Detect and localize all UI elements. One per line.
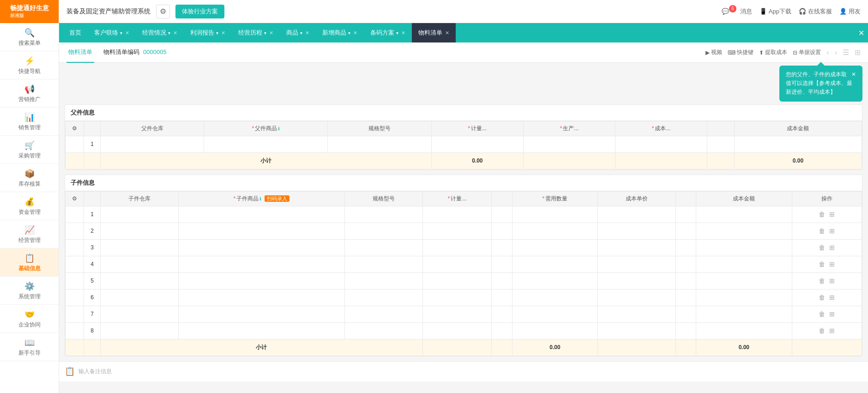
child-row-spec-1[interactable] bbox=[345, 223, 423, 239]
child-row-qty-0[interactable] bbox=[512, 206, 598, 223]
parent-row-spec[interactable] bbox=[328, 136, 431, 152]
child-row-spec-0[interactable] bbox=[345, 206, 423, 223]
child-row-warehouse-4[interactable] bbox=[101, 272, 179, 289]
child-row-spec-5[interactable] bbox=[345, 289, 423, 306]
child-row-goods-0[interactable] bbox=[178, 206, 345, 223]
child-row-warehouse-6[interactable] bbox=[101, 306, 179, 322]
parent-row-warehouse[interactable] bbox=[101, 136, 204, 152]
delete-icon-1[interactable]: 🗑 bbox=[819, 227, 825, 235]
nav-tab-close-6[interactable]: ✕ bbox=[353, 30, 357, 36]
nav-tab-4[interactable]: 经营历程▾✕ bbox=[232, 23, 280, 42]
nav-tab-2[interactable]: 经营情况▾✕ bbox=[136, 23, 184, 42]
sidebar-item-5[interactable]: 📦库存核算 bbox=[0, 164, 59, 192]
nav-tab-close-4[interactable]: ✕ bbox=[269, 30, 273, 36]
sidebar-item-10[interactable]: 🤝企业协同 bbox=[0, 305, 59, 333]
trial-button[interactable]: 体验行业方案 bbox=[175, 5, 224, 18]
child-row-unit-4[interactable] bbox=[422, 272, 492, 289]
child-row-unit-6[interactable] bbox=[422, 306, 492, 322]
nav-prev-icon[interactable]: ‹ bbox=[826, 48, 829, 57]
delete-icon-6[interactable]: 🗑 bbox=[819, 310, 825, 318]
message-item[interactable]: 💬 6 消息 bbox=[722, 7, 752, 16]
delete-icon-5[interactable]: 🗑 bbox=[819, 294, 825, 301]
child-row-goods-3[interactable] bbox=[178, 256, 345, 272]
app-download-item[interactable]: 📱 App下载 bbox=[760, 7, 791, 16]
user-item[interactable]: 👤 用友 bbox=[839, 7, 861, 16]
child-row-warehouse-2[interactable] bbox=[101, 239, 179, 256]
child-row-qty-3[interactable] bbox=[512, 256, 598, 272]
nav-tab-1[interactable]: 客户联络▾✕ bbox=[88, 23, 136, 42]
nav-tab-6[interactable]: 新增商品▾✕ bbox=[316, 23, 364, 42]
child-row-goods-5[interactable] bbox=[178, 289, 345, 306]
child-row-spec-6[interactable] bbox=[345, 306, 423, 322]
nav-tab-close-2[interactable]: ✕ bbox=[173, 30, 177, 36]
sidebar-item-7[interactable]: 📈经营管理 bbox=[0, 220, 59, 248]
child-row-qty-5[interactable] bbox=[512, 289, 598, 306]
note-placeholder[interactable]: 输入备注信息 bbox=[78, 368, 112, 375]
child-row-warehouse-3[interactable] bbox=[101, 256, 179, 272]
nav-tab-close-5[interactable]: ✕ bbox=[305, 30, 309, 36]
close-all-tabs-icon[interactable]: ✕ bbox=[858, 29, 864, 37]
copy-icon-0[interactable]: ⊞ bbox=[829, 211, 835, 218]
grid-view-icon[interactable]: ⊞ bbox=[855, 48, 861, 57]
gear-button[interactable]: ⚙ bbox=[156, 5, 170, 18]
child-row-warehouse-0[interactable] bbox=[101, 206, 179, 223]
single-settings-btn[interactable]: ⊟ 单据设置 bbox=[793, 48, 821, 56]
sidebar-item-3[interactable]: 📊销售管理 bbox=[0, 108, 59, 136]
child-row-goods-4[interactable] bbox=[178, 272, 345, 289]
sidebar-item-11[interactable]: 📖新手引导 bbox=[0, 333, 59, 361]
child-row-goods-1[interactable] bbox=[178, 223, 345, 239]
child-row-spec-3[interactable] bbox=[345, 256, 423, 272]
child-row-unit-price-5[interactable] bbox=[598, 289, 676, 306]
delete-icon-7[interactable]: 🗑 bbox=[819, 327, 825, 334]
copy-icon-2[interactable]: ⊞ bbox=[829, 244, 835, 251]
parent-row-goods[interactable] bbox=[204, 136, 328, 152]
child-row-spec-4[interactable] bbox=[345, 272, 423, 289]
child-row-qty-7[interactable] bbox=[512, 322, 598, 339]
nav-tab-close-3[interactable]: ✕ bbox=[221, 30, 225, 36]
child-row-warehouse-1[interactable] bbox=[101, 223, 179, 239]
child-row-unit-3[interactable] bbox=[422, 256, 492, 272]
child-row-qty-1[interactable] bbox=[512, 223, 598, 239]
nav-next-icon[interactable]: › bbox=[835, 48, 837, 57]
sub-tab-list[interactable]: 物料清单 bbox=[66, 42, 94, 63]
child-row-unit-5[interactable] bbox=[422, 289, 492, 306]
child-row-unit-price-3[interactable] bbox=[598, 256, 676, 272]
nav-tab-3[interactable]: 利润报告▾✕ bbox=[184, 23, 232, 42]
child-row-unit-price-1[interactable] bbox=[598, 223, 676, 239]
shortcut-btn[interactable]: ⌨ 快捷键 bbox=[728, 48, 753, 56]
nav-tab-close-7[interactable]: ✕ bbox=[401, 30, 405, 36]
delete-icon-2[interactable]: 🗑 bbox=[819, 244, 825, 251]
child-row-qty-4[interactable] bbox=[512, 272, 598, 289]
child-row-spec-2[interactable] bbox=[345, 239, 423, 256]
nav-tab-close-1[interactable]: ✕ bbox=[125, 30, 129, 36]
sidebar-item-4[interactable]: 🛒采购管理 bbox=[0, 136, 59, 164]
parent-row-cost[interactable] bbox=[615, 136, 707, 152]
child-row-spec-7[interactable] bbox=[345, 322, 423, 339]
child-row-warehouse-7[interactable] bbox=[101, 322, 179, 339]
child-row-unit-2[interactable] bbox=[422, 239, 492, 256]
child-row-unit-7[interactable] bbox=[422, 322, 492, 339]
sidebar-item-0[interactable]: 🔍搜索菜单 bbox=[0, 23, 59, 51]
child-row-qty-2[interactable] bbox=[512, 239, 598, 256]
th-child-settings[interactable]: ⚙ bbox=[66, 191, 84, 206]
copy-icon-3[interactable]: ⊞ bbox=[829, 260, 835, 268]
extract-cost-btn[interactable]: ⬆ 提取成本 bbox=[759, 48, 787, 56]
child-row-unit-0[interactable] bbox=[422, 206, 492, 223]
sidebar-item-1[interactable]: ⚡快捷导航 bbox=[0, 51, 59, 79]
child-row-warehouse-5[interactable] bbox=[101, 289, 179, 306]
online-service-item[interactable]: 🎧 在线客服 bbox=[799, 7, 832, 16]
sidebar-item-2[interactable]: 📢营销推广 bbox=[0, 79, 59, 108]
child-row-goods-2[interactable] bbox=[178, 239, 345, 256]
table-view-icon[interactable]: ☰ bbox=[843, 48, 849, 57]
view-btn[interactable]: ▶ 视频 bbox=[705, 48, 722, 56]
child-row-qty-6[interactable] bbox=[512, 306, 598, 322]
copy-icon-1[interactable]: ⊞ bbox=[829, 227, 835, 235]
nav-tab-8[interactable]: 物料清单✕ bbox=[412, 23, 456, 42]
tooltip-close-btn[interactable]: ✕ bbox=[851, 70, 856, 79]
child-row-unit-price-6[interactable] bbox=[598, 306, 676, 322]
delete-icon-4[interactable]: 🗑 bbox=[819, 277, 825, 284]
nav-tab-0[interactable]: 首页 bbox=[63, 23, 88, 42]
copy-icon-4[interactable]: ⊞ bbox=[829, 277, 835, 284]
child-row-unit-1[interactable] bbox=[422, 223, 492, 239]
child-row-unit-price-2[interactable] bbox=[598, 239, 676, 256]
